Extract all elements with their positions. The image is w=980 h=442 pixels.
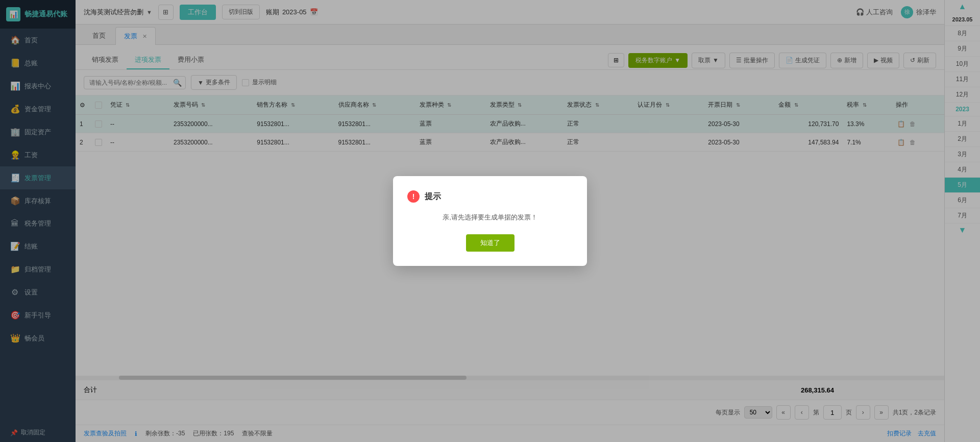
modal-dialog: ! 提示 亲,请先选择要生成单据的发票！ 知道了 (393, 176, 587, 266)
modal-footer: 知道了 (407, 234, 573, 252)
modal-message: 亲,请先选择要生成单据的发票！ (407, 213, 573, 222)
modal-warning-icon: ! (407, 190, 420, 203)
modal-ok-button[interactable]: 知道了 (466, 234, 514, 252)
modal-title: 提示 (425, 191, 441, 202)
modal-title-row: ! 提示 (407, 190, 573, 203)
modal-overlay: ! 提示 亲,请先选择要生成单据的发票！ 知道了 (0, 0, 980, 442)
